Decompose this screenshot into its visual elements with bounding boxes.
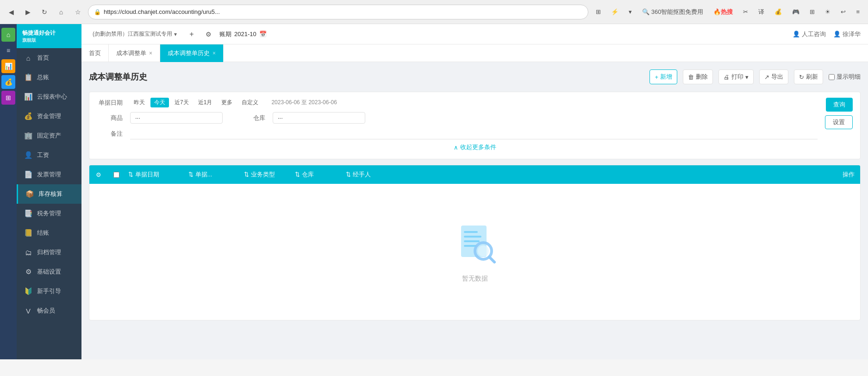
print-label: 打印 xyxy=(731,73,743,81)
add-button[interactable]: + 新增 xyxy=(649,69,677,84)
sidebar-item-tax[interactable]: 📑 税务管理 xyxy=(17,204,81,223)
home-button[interactable]: ⌂ xyxy=(55,6,68,19)
show-columns-checkbox[interactable] xyxy=(829,74,835,80)
filter-settings-button[interactable]: 设置 xyxy=(825,115,853,129)
flash-button[interactable]: ⚡ xyxy=(607,6,622,17)
filter-side-buttons: 查询 设置 xyxy=(825,98,853,129)
table-settings-icon[interactable]: ⚙ xyxy=(89,171,108,178)
date-opt-more[interactable]: 更多 xyxy=(218,98,236,107)
warehouse-selector[interactable]: ··· xyxy=(273,112,365,124)
date-opt-1month[interactable]: 近1月 xyxy=(194,98,216,107)
query-button[interactable]: 查询 xyxy=(826,98,853,112)
collapse-button[interactable]: ∧ 收起更多条件 xyxy=(97,141,853,153)
menu-button[interactable]: ≡ xyxy=(852,6,863,17)
sidebar-item-vip-label: 畅会员 xyxy=(37,307,55,315)
closing-icon: 📒 xyxy=(24,229,32,237)
undo-button[interactable]: ↩ xyxy=(837,6,849,17)
filter-row-remark: 备注 xyxy=(97,128,818,139)
add-company-button[interactable]: + xyxy=(186,29,197,40)
apps-button[interactable]: ⊞ xyxy=(806,6,818,17)
th-biz[interactable]: ⇅ 业务类型 xyxy=(240,170,291,179)
date-opt-today[interactable]: 今天 xyxy=(150,98,169,107)
data-table: ⚙ ⇅ 单据日期 ⇅ 单据... ⇅ 业务类型 ⇅ 仓库 xyxy=(89,165,861,320)
sidebar-item-archive[interactable]: 🗂 归档管理 xyxy=(17,243,81,262)
translate-button[interactable]: 译 xyxy=(755,6,768,18)
tab-home-label: 首页 xyxy=(89,49,101,57)
sidebar-item-base-settings[interactable]: ⚙ 基础设置 xyxy=(17,262,81,282)
logo-text: 畅捷通好会计 xyxy=(22,29,56,37)
goods-selector[interactable]: ··· xyxy=(130,112,223,124)
tab-cost-adjustment-close[interactable]: × xyxy=(149,50,152,56)
icon-sidebar-item-finance[interactable]: 💰 xyxy=(1,75,15,89)
dropdown-button[interactable]: ▾ xyxy=(625,6,636,17)
sidebar-item-payroll[interactable]: 👤 工资 xyxy=(17,145,81,165)
back-button[interactable]: ◀ xyxy=(5,6,18,19)
wallet-button[interactable]: 💰 xyxy=(771,6,786,17)
refresh-button-page[interactable]: ↻ 刷新 xyxy=(794,69,823,84)
sidebar-item-assets[interactable]: 🏢 固定资产 xyxy=(17,126,81,145)
company-settings-button[interactable]: ⚙ xyxy=(203,29,214,40)
calendar-icon: 📅 xyxy=(259,31,267,38)
forward-button[interactable]: ▶ xyxy=(21,6,34,19)
add-icon: + xyxy=(655,74,658,81)
customer-service-icon: 👤 xyxy=(793,31,800,38)
star-button[interactable]: ☆ xyxy=(71,6,84,19)
tab-cost-adjustment[interactable]: 成本调整单 × xyxy=(109,44,160,62)
customer-service-action[interactable]: 👤 人工咨询 xyxy=(793,30,826,38)
game-button[interactable]: 🎮 xyxy=(788,6,803,17)
hot-search-button[interactable]: 🔥热搜 xyxy=(710,6,737,18)
date-opt-7days[interactable]: 近7天 xyxy=(171,98,193,107)
address-bar[interactable]: 🔒 https://cloud.chanjet.com/accounting/u… xyxy=(88,5,588,19)
table-select-all[interactable] xyxy=(108,172,125,178)
tab-cost-adjustment-label: 成本调整单 xyxy=(116,49,146,57)
goods-dots: ··· xyxy=(135,114,140,121)
sidebar-item-base-settings-label: 基础设置 xyxy=(37,268,61,276)
tab-home[interactable]: 首页 xyxy=(81,44,109,62)
date-opt-yesterday[interactable]: 昨天 xyxy=(130,98,149,107)
th-date-label: ⇅ 单据日期 xyxy=(128,170,159,179)
grid-button[interactable]: ⊞ xyxy=(592,6,605,17)
remark-input[interactable] xyxy=(130,128,818,139)
th-warehouse[interactable]: ⇅ 仓库 xyxy=(291,170,342,179)
brightness-button[interactable]: ☀ xyxy=(821,6,834,17)
sidebar-item-invoice[interactable]: 📄 发票管理 xyxy=(17,165,81,184)
select-all-checkbox[interactable] xyxy=(113,172,119,178)
svg-point-6 xyxy=(478,245,489,257)
th-doc-label: ⇅ 单据... xyxy=(188,170,212,179)
search-tool-button[interactable]: 🔍 360智能抠图免费用 xyxy=(638,6,707,18)
customer-service-label: 人工咨询 xyxy=(802,30,826,38)
browser-tools: ⊞ ⚡ ▾ 🔍 360智能抠图免费用 🔥热搜 ✂ 译 💰 🎮 ⊞ ☀ ↩ ≡ xyxy=(592,6,863,18)
sidebar-item-inventory[interactable]: 📦 库存核算 xyxy=(17,184,81,204)
th-person[interactable]: ⇅ 经手人 xyxy=(342,170,393,179)
base-settings-icon: ⚙ xyxy=(24,268,32,276)
sidebar-item-closing[interactable]: 📒 结账 xyxy=(17,223,81,243)
export-button[interactable]: ↗ 导出 xyxy=(759,69,788,84)
sidebar-item-vip[interactable]: V 畅会员 xyxy=(17,301,81,320)
icon-sidebar-item-settings[interactable]: ⊞ xyxy=(1,91,15,105)
tab-cost-adjustment-history[interactable]: 成本调整单历史 × xyxy=(160,44,224,62)
icon-sidebar-item-ledger[interactable]: ≡ xyxy=(1,44,15,57)
delete-button[interactable]: 🗑 删除 xyxy=(683,69,713,84)
sidebar-item-reports[interactable]: 📊 云报表中心 xyxy=(17,87,81,107)
print-button[interactable]: 🖨 打印 ▾ xyxy=(718,69,754,84)
sidebar-item-funds-label: 资金管理 xyxy=(37,112,61,120)
icon-sidebar-item-reports[interactable]: 📊 xyxy=(1,59,15,73)
nav-sidebar-header: 畅捷通好会计 旗舰版 xyxy=(17,24,81,48)
refresh-button[interactable]: ↻ xyxy=(38,6,51,19)
icon-sidebar-item-home[interactable]: ⌂ xyxy=(1,28,15,42)
user-action[interactable]: 👤 徐泽华 xyxy=(833,30,861,38)
th-date[interactable]: ⇅ 单据日期 xyxy=(125,170,185,179)
show-columns-label[interactable]: 显示明细 xyxy=(829,73,861,81)
sidebar-item-ledger[interactable]: 📋 总账 xyxy=(17,68,81,87)
browser-chrome: ◀ ▶ ↻ ⌂ ☆ 🔒 https://cloud.chanjet.com/ac… xyxy=(0,0,868,24)
top-bar: (勿删勿禁用）江西服宝测试专用 ▾ + ⚙ 账期 2021-10 📅 👤 人工咨… xyxy=(81,24,868,44)
company-selector[interactable]: (勿删勿禁用）江西服宝测试专用 ▾ xyxy=(89,28,181,40)
sidebar-item-guide[interactable]: 🔰 新手引导 xyxy=(17,282,81,301)
sidebar-item-funds[interactable]: 💰 资金管理 xyxy=(17,107,81,126)
sidebar-item-home[interactable]: ⌂ 首页 xyxy=(17,48,81,68)
tab-cost-adjustment-history-close[interactable]: × xyxy=(212,50,216,56)
date-opt-custom[interactable]: 自定义 xyxy=(238,98,262,107)
print-icon: 🖨 xyxy=(724,74,730,81)
scissors-button[interactable]: ✂ xyxy=(739,6,752,17)
th-doc[interactable]: ⇅ 单据... xyxy=(185,170,240,179)
